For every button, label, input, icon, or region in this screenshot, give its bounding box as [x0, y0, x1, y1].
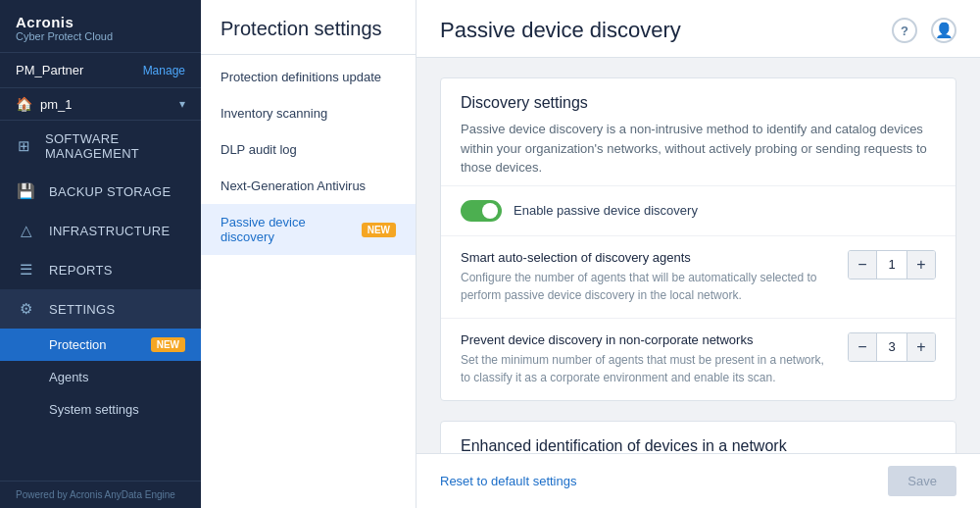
protection-menu: Protection definitions update Inventory …: [201, 55, 416, 508]
sidebar-logo: Acronis Cyber Protect Cloud: [0, 0, 201, 53]
main-page-title: Passive device discovery: [440, 18, 681, 43]
smart-auto-value: 1: [876, 250, 907, 279]
smart-auto-selection-title: Smart auto-selection of discovery agents: [461, 250, 832, 265]
header-icons: ? 👤: [892, 18, 956, 43]
account-name: PM_Partner: [16, 63, 83, 77]
prevent-discovery-stepper: − 3 +: [848, 332, 936, 362]
nav-label-backup-storage: BACKUP STORAGE: [49, 184, 171, 199]
workspace-name: pm_1: [40, 97, 179, 112]
nav-label-infrastructure: INFRASTRUCTURE: [49, 224, 170, 238]
nav-label-software-management: SOFTWARE MANAGEMENT: [45, 131, 185, 161]
sub-item-protection-label: Protection: [49, 337, 107, 352]
sub-item-system-settings-label: System settings: [49, 402, 139, 417]
sidebar: Acronis Cyber Protect Cloud PM_Partner M…: [0, 0, 201, 508]
sub-item-agents-label: Agents: [49, 370, 88, 384]
chevron-down-icon: ▾: [179, 97, 185, 111]
footer-text: Powered by Acronis AnyData Engine: [16, 489, 175, 500]
sidebar-item-infrastructure[interactable]: △ INFRASTRUCTURE: [0, 211, 201, 250]
protection-settings-title: Protection settings: [201, 0, 416, 55]
smart-auto-selection-stepper: − 1 +: [848, 250, 936, 279]
enhanced-section-title: Enhanced identification of devices in a …: [461, 437, 936, 454]
menu-item-inventory-scanning[interactable]: Inventory scanning: [201, 95, 416, 131]
sidebar-sub-item-agents[interactable]: Agents: [0, 361, 201, 393]
logo-name: Acronis: [16, 14, 185, 30]
reset-default-settings-link[interactable]: Reset to default settings: [440, 474, 576, 488]
nav-label-reports: REPORTS: [49, 263, 113, 278]
workspace-icon: 🏠: [16, 96, 32, 112]
enhanced-identification-card: Enhanced identification of devices in a …: [440, 421, 956, 454]
menu-item-next-gen-antivirus[interactable]: Next-Generation Antivirus: [201, 168, 416, 204]
help-icon[interactable]: ?: [892, 18, 917, 43]
smart-auto-selection-text: Smart auto-selection of discovery agents…: [461, 250, 832, 304]
menu-item-protection-definitions-update[interactable]: Protection definitions update: [201, 59, 416, 95]
protection-settings-panel: Protection settings Protection definitio…: [201, 0, 416, 508]
software-management-icon: ⊞: [16, 137, 33, 155]
menu-item-dlp-audit-log[interactable]: DLP audit log: [201, 131, 416, 168]
nav-label-settings: SETTINGS: [49, 302, 115, 317]
sidebar-item-software-management[interactable]: ⊞ SOFTWARE MANAGEMENT: [0, 121, 201, 172]
sidebar-sub-item-protection[interactable]: Protection NEW: [0, 329, 201, 361]
sidebar-footer: Powered by Acronis AnyData Engine: [0, 481, 201, 508]
user-profile-icon[interactable]: 👤: [931, 18, 956, 43]
prevent-discovery-text: Prevent device discovery in non-corporat…: [461, 332, 832, 386]
main-header: Passive device discovery ? 👤: [416, 0, 980, 58]
discovery-section-title: Discovery settings: [461, 94, 936, 112]
account-row: PM_Partner Manage: [0, 53, 201, 88]
smart-auto-decrement-button[interactable]: −: [849, 250, 876, 279]
passive-discovery-new-badge: NEW: [362, 223, 396, 237]
save-button[interactable]: Save: [888, 466, 956, 496]
prevent-discovery-row: Prevent device discovery in non-corporat…: [441, 318, 956, 400]
sidebar-item-backup-storage[interactable]: 💾 BACKUP STORAGE: [0, 172, 201, 211]
enable-discovery-label: Enable passive device discovery: [514, 203, 698, 218]
prevent-discovery-desc: Set the minimum number of agents that mu…: [461, 351, 832, 386]
sidebar-sub-item-system-settings[interactable]: System settings: [0, 393, 201, 426]
discovery-settings-card: Discovery settings Passive device discov…: [440, 77, 956, 401]
smart-auto-selection-desc: Configure the number of agents that will…: [461, 269, 832, 304]
prevent-discovery-title: Prevent device discovery in non-corporat…: [461, 332, 832, 347]
main-footer: Reset to default settings Save: [416, 453, 980, 508]
discovery-section-header: Discovery settings Passive device discov…: [441, 78, 956, 185]
reports-icon: ☰: [16, 261, 37, 279]
prevent-increment-button[interactable]: +: [907, 332, 935, 362]
prevent-decrement-button[interactable]: −: [849, 332, 876, 362]
sidebar-nav: ⊞ SOFTWARE MANAGEMENT 💾 BACKUP STORAGE △…: [0, 121, 201, 481]
logo-tagline: Cyber Protect Cloud: [16, 30, 185, 42]
menu-item-passive-device-discovery[interactable]: Passive device discovery NEW: [201, 204, 416, 255]
sidebar-item-reports[interactable]: ☰ REPORTS: [0, 250, 201, 289]
enhanced-section-header: Enhanced identification of devices in a …: [441, 422, 956, 454]
main-content: Passive device discovery ? 👤 Discovery s…: [416, 0, 980, 508]
sidebar-item-settings[interactable]: ⚙ SETTINGS: [0, 289, 201, 329]
main-body: Discovery settings Passive device discov…: [416, 58, 980, 453]
settings-icon: ⚙: [16, 300, 37, 318]
enable-discovery-toggle-row: Enable passive device discovery: [441, 185, 956, 235]
protection-new-badge: NEW: [151, 337, 185, 352]
backup-storage-icon: 💾: [16, 182, 37, 200]
infrastructure-icon: △: [16, 222, 37, 239]
discovery-section-desc: Passive device discovery is a non-intrus…: [461, 120, 936, 178]
prevent-value: 3: [876, 332, 907, 362]
workspace-selector[interactable]: 🏠 pm_1 ▾: [0, 88, 201, 121]
smart-auto-increment-button[interactable]: +: [907, 250, 935, 279]
manage-link[interactable]: Manage: [143, 64, 185, 77]
enable-discovery-toggle[interactable]: [461, 200, 502, 222]
smart-auto-selection-row: Smart auto-selection of discovery agents…: [441, 235, 956, 318]
